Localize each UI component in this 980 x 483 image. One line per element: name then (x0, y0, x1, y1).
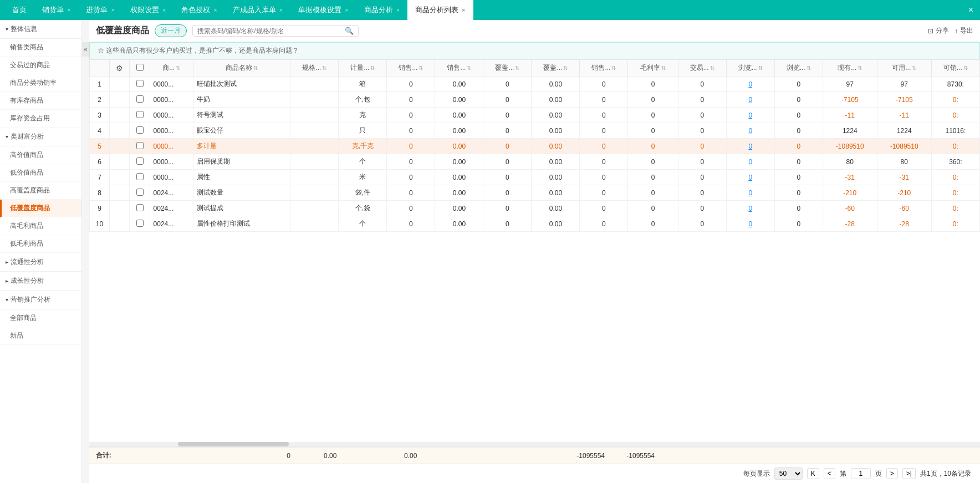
sidebar-section-overall[interactable]: ▾ 整体信息 (0, 20, 81, 39)
sidebar-item-category-rate[interactable]: 商品分类动销率 (0, 74, 81, 92)
row-browse1[interactable]: 0 (726, 139, 774, 154)
sidebar-collapse-button[interactable]: « (82, 42, 89, 57)
last-page-button[interactable]: >| (902, 468, 916, 479)
sidebar-section-growth[interactable]: ▸ 成长性分析 (0, 272, 81, 291)
row-browse1[interactable]: 0 (726, 185, 774, 201)
th-gear[interactable]: ⚙ (110, 60, 130, 77)
current-page-input[interactable] (851, 468, 871, 479)
horizontal-scrollbar[interactable] (89, 442, 980, 446)
sidebar-item-low-margin[interactable]: 低毛利商品 (0, 235, 81, 253)
row-check[interactable] (130, 92, 150, 108)
row-check[interactable] (130, 123, 150, 139)
sidebar-item-sales-products[interactable]: 销售类商品 (0, 39, 81, 57)
sidebar-section-wealth[interactable]: ▾ 类财富分析 (0, 128, 81, 146)
close-sales-tab[interactable]: × (67, 7, 70, 13)
time-filter-button[interactable]: 近一月 (155, 24, 187, 37)
th-unit[interactable]: 计量...⇅ (339, 60, 387, 77)
nav-tab-role[interactable]: 角色授权 × (173, 0, 224, 20)
row-checkbox[interactable] (136, 95, 144, 103)
close-product-analysis-tab[interactable]: × (396, 7, 400, 13)
row-check[interactable] (130, 77, 150, 92)
th-check[interactable] (130, 60, 150, 77)
close-product-stock-tab[interactable]: × (279, 7, 283, 13)
th-sales3[interactable]: 销售...⇅ (580, 60, 628, 77)
close-purchase-tab[interactable]: × (111, 7, 114, 13)
th-gross-margin[interactable]: 毛利率⇅ (628, 60, 678, 77)
prev-page-button[interactable]: < (824, 468, 835, 479)
export-button[interactable]: ↑ 导出 (955, 26, 973, 35)
select-all-checkbox[interactable] (136, 64, 144, 71)
sidebar-item-all-products[interactable]: 全部商品 (0, 309, 81, 327)
th-browse1[interactable]: 浏览...⇅ (726, 60, 774, 77)
close-template-tab[interactable]: × (345, 7, 348, 13)
row-browse1[interactable]: 0 (726, 77, 774, 92)
row-check[interactable] (130, 216, 150, 232)
sidebar-item-high-margin[interactable]: 高毛利商品 (0, 217, 81, 235)
sidebar-item-low-coverage[interactable]: 低覆盖度商品 (0, 200, 81, 217)
th-sales-qty[interactable]: 销售...⇅ (387, 60, 435, 77)
row-checkbox[interactable] (136, 80, 144, 87)
row-checkbox[interactable] (136, 204, 144, 211)
row-checkbox[interactable] (136, 111, 144, 118)
nav-tab-product-analysis[interactable]: 商品分析 × (356, 0, 407, 20)
th-saleable[interactable]: 可销...⇅ (931, 60, 979, 77)
row-browse1[interactable]: 0 (726, 92, 774, 108)
th-code[interactable]: 商...⇅ (150, 60, 193, 77)
nav-tab-purchase[interactable]: 进货单 × (78, 0, 122, 20)
nav-tab-sales[interactable]: 销货单 × (34, 0, 78, 20)
close-role-tab[interactable]: × (213, 7, 217, 13)
next-page-button[interactable]: > (886, 468, 898, 479)
sidebar-section-circulation[interactable]: ▸ 流通性分析 (0, 253, 81, 272)
th-current-stock[interactable]: 现有...⇅ (823, 60, 877, 77)
table-container[interactable]: ⚙ 商...⇅ 商品名称⇅ 规格...⇅ 计量...⇅ 销售...⇅ 销售...… (89, 59, 980, 442)
row-checkbox[interactable] (136, 142, 144, 149)
th-available[interactable]: 可用...⇅ (877, 60, 931, 77)
row-browse1[interactable]: 0 (726, 201, 774, 216)
th-name[interactable]: 商品名称⇅ (193, 60, 290, 77)
row-check[interactable] (130, 170, 150, 185)
th-cover1[interactable]: 覆盖...⇅ (483, 60, 532, 77)
row-check[interactable] (130, 139, 150, 154)
row-browse1[interactable]: 0 (726, 154, 774, 170)
close-product-analysis-list-tab[interactable]: × (462, 7, 465, 13)
row-check[interactable] (130, 108, 150, 123)
row-checkbox[interactable] (136, 157, 144, 165)
first-page-button[interactable]: K (807, 468, 819, 479)
share-button[interactable]: ⊡ 分享 (928, 26, 949, 35)
row-checkbox[interactable] (136, 220, 144, 227)
th-spec[interactable]: 规格...⇅ (290, 60, 339, 77)
row-check[interactable] (130, 201, 150, 216)
sidebar-section-marketing[interactable]: ▾ 营销推广分析 (0, 291, 81, 309)
row-browse1[interactable]: 0 (726, 108, 774, 123)
scrollbar-thumb[interactable] (178, 442, 289, 446)
row-check[interactable] (130, 154, 150, 170)
nav-tab-product-stock[interactable]: 产成品入库单 × (225, 0, 290, 20)
row-checkbox[interactable] (136, 173, 144, 180)
search-input[interactable] (197, 27, 345, 35)
row-browse1[interactable]: 0 (726, 216, 774, 232)
nav-tab-permission[interactable]: 权限设置 × (122, 0, 173, 20)
nav-tab-template[interactable]: 单据模板设置 × (290, 0, 356, 20)
row-checkbox[interactable] (136, 126, 144, 134)
page-size-select[interactable]: 50 20 100 (774, 467, 803, 480)
sidebar-item-low-value[interactable]: 低价值商品 (0, 164, 81, 182)
sidebar-item-traded-products[interactable]: 交易过的商品 (0, 57, 81, 74)
nav-tab-product-analysis-list[interactable]: 商品分析列表 × (407, 0, 473, 20)
row-check[interactable] (130, 185, 150, 201)
search-icon[interactable]: 🔍 (345, 27, 354, 35)
nav-tab-home[interactable]: 首页 (4, 0, 34, 20)
row-browse1[interactable]: 0 (726, 123, 774, 139)
th-cover2[interactable]: 覆盖...⇅ (532, 60, 580, 77)
row-checkbox[interactable] (136, 189, 144, 196)
sidebar-item-in-stock[interactable]: 有库存商品 (0, 92, 81, 110)
row-browse1[interactable]: 0 (726, 170, 774, 185)
sidebar-item-high-coverage[interactable]: 高覆盖度商品 (0, 182, 81, 200)
sidebar-item-high-value[interactable]: 高价值商品 (0, 146, 81, 164)
close-permission-tab[interactable]: × (162, 7, 166, 13)
close-all-tabs[interactable]: × (968, 5, 973, 15)
sidebar-item-stock-capital[interactable]: 库存资金占用 (0, 110, 81, 128)
th-trade[interactable]: 交易...⇅ (678, 60, 726, 77)
th-browse2[interactable]: 浏览...⇅ (774, 60, 823, 77)
th-sales-amt[interactable]: 销售...⇅ (435, 60, 483, 77)
sidebar-item-new-products[interactable]: 新品 (0, 327, 81, 345)
